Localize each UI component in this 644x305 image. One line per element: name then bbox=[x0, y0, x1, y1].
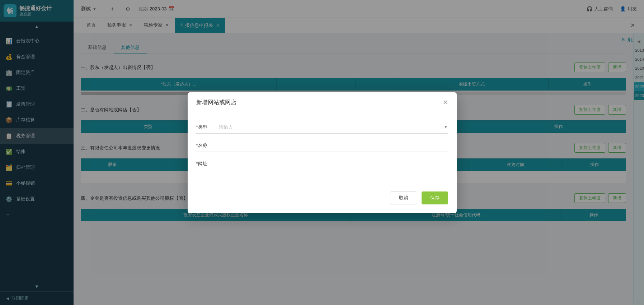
url-label: *网址 bbox=[196, 161, 207, 167]
type-label: *类型 bbox=[196, 124, 207, 130]
modal-close-button[interactable]: ✕ bbox=[443, 99, 448, 106]
form-row-url: *网址 bbox=[196, 161, 448, 170]
form-row-name: *名称 bbox=[196, 142, 448, 152]
url-input[interactable] bbox=[219, 161, 448, 166]
modal-title: 新增网站或网店 bbox=[196, 99, 236, 106]
type-input[interactable] bbox=[219, 124, 440, 130]
cancel-button[interactable]: 取消 bbox=[390, 191, 417, 204]
modal-header: 新增网站或网店 ✕ bbox=[188, 92, 457, 113]
save-button[interactable]: 保存 bbox=[422, 191, 448, 204]
name-label: *名称 bbox=[196, 142, 207, 149]
modal-footer: 取消 保存 bbox=[188, 186, 457, 213]
type-dropdown-icon[interactable]: ▼ bbox=[444, 125, 448, 130]
add-website-modal: 新增网站或网店 ✕ *类型 ▼ *名称 bbox=[188, 92, 457, 213]
name-input[interactable] bbox=[219, 143, 448, 148]
modal-body: *类型 ▼ *名称 bbox=[188, 113, 457, 186]
form-row-type: *类型 ▼ bbox=[196, 124, 448, 134]
modal-overlay[interactable]: 新增网站或网店 ✕ *类型 ▼ *名称 bbox=[0, 0, 644, 305]
